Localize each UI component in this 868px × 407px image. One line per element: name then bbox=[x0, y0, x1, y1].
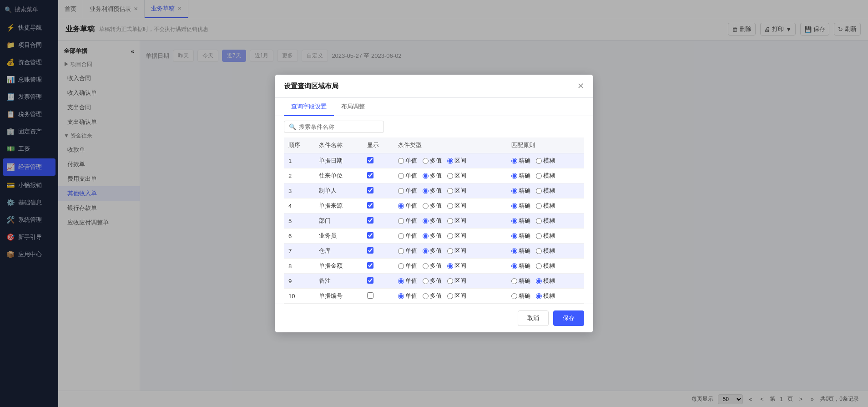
type-radio-区间[interactable]: 区间 bbox=[447, 262, 466, 270]
match-radio-模糊[interactable]: 模糊 bbox=[536, 292, 555, 300]
type-radio-单值[interactable]: 单值 bbox=[398, 292, 417, 300]
type-radio-区间[interactable]: 区间 bbox=[447, 157, 466, 165]
cell-show[interactable] bbox=[363, 198, 393, 214]
type-radio-多值[interactable]: 多值 bbox=[423, 277, 442, 285]
show-checkbox[interactable] bbox=[367, 157, 373, 163]
match-radio-精确[interactable]: 精确 bbox=[511, 262, 530, 270]
cell-type: 单值多值区间 bbox=[394, 153, 507, 168]
table-row: 2往来单位单值多值区间精确模糊 bbox=[284, 168, 584, 183]
show-checkbox[interactable] bbox=[367, 172, 373, 178]
table-row: 8单据金额单值多值区间精确模糊 bbox=[284, 259, 584, 274]
match-radio-模糊[interactable]: 模糊 bbox=[536, 262, 555, 270]
cell-order: 1 bbox=[284, 153, 314, 168]
type-radio-多值[interactable]: 多值 bbox=[423, 247, 442, 255]
match-radio-模糊[interactable]: 模糊 bbox=[536, 247, 555, 255]
show-checkbox[interactable] bbox=[367, 292, 373, 299]
match-radio-精确[interactable]: 精确 bbox=[511, 247, 530, 255]
type-radio-单值[interactable]: 单值 bbox=[398, 247, 417, 255]
match-radio-模糊[interactable]: 模糊 bbox=[536, 232, 555, 240]
type-radio-区间[interactable]: 区间 bbox=[447, 202, 466, 210]
show-checkbox[interactable] bbox=[367, 262, 373, 269]
cell-type: 单值多值区间 bbox=[394, 198, 507, 214]
type-radio-多值[interactable]: 多值 bbox=[423, 172, 442, 180]
config-table: 顺序 条件名称 显示 条件类型 匹配原则 1单据日期单值多值区间精确模糊2往来单… bbox=[284, 137, 584, 304]
modal-overlay[interactable]: 设置查询区域布局 ✕ 查询字段设置 布局调整 🔍 顺序 bbox=[0, 0, 868, 407]
type-radio-多值[interactable]: 多值 bbox=[423, 292, 442, 300]
cancel-button[interactable]: 取消 bbox=[518, 310, 549, 326]
type-radio-单值[interactable]: 单值 bbox=[398, 232, 417, 240]
col-name: 条件名称 bbox=[314, 137, 363, 153]
cell-show[interactable] bbox=[363, 214, 393, 229]
match-radio-精确[interactable]: 精确 bbox=[511, 157, 530, 165]
modal-tab-layout[interactable]: 布局调整 bbox=[334, 98, 372, 116]
cell-type: 单值多值区间 bbox=[394, 274, 507, 289]
table-row: 7仓库单值多值区间精确模糊 bbox=[284, 244, 584, 259]
cell-match: 精确模糊 bbox=[507, 198, 584, 214]
type-radio-区间[interactable]: 区间 bbox=[447, 232, 466, 240]
type-radio-区间[interactable]: 区间 bbox=[447, 292, 466, 300]
match-radio-精确[interactable]: 精确 bbox=[511, 172, 530, 180]
show-checkbox[interactable] bbox=[367, 202, 373, 209]
type-radio-单值[interactable]: 单值 bbox=[398, 262, 417, 270]
modal-close-button[interactable]: ✕ bbox=[577, 81, 584, 91]
match-radio-精确[interactable]: 精确 bbox=[511, 277, 530, 285]
type-radio-多值[interactable]: 多值 bbox=[423, 187, 442, 195]
match-radio-精确[interactable]: 精确 bbox=[511, 232, 530, 240]
modal-save-button[interactable]: 保存 bbox=[553, 310, 584, 326]
match-radio-精确[interactable]: 精确 bbox=[511, 202, 530, 210]
cell-name: 单据编号 bbox=[314, 289, 363, 304]
show-checkbox[interactable] bbox=[367, 232, 373, 239]
match-radio-精确[interactable]: 精确 bbox=[511, 217, 530, 225]
type-radio-多值[interactable]: 多值 bbox=[423, 217, 442, 225]
modal-tab-fields[interactable]: 查询字段设置 bbox=[284, 98, 334, 116]
match-radio-模糊[interactable]: 模糊 bbox=[536, 172, 555, 180]
cell-show[interactable] bbox=[363, 183, 393, 198]
table-row: 6业务员单值多值区间精确模糊 bbox=[284, 229, 584, 244]
type-radio-单值[interactable]: 单值 bbox=[398, 202, 417, 210]
match-radio-模糊[interactable]: 模糊 bbox=[536, 277, 555, 285]
match-radio-模糊[interactable]: 模糊 bbox=[536, 217, 555, 225]
match-radio-模糊[interactable]: 模糊 bbox=[536, 187, 555, 195]
match-radio-精确[interactable]: 精确 bbox=[511, 187, 530, 195]
type-radio-单值[interactable]: 单值 bbox=[398, 157, 417, 165]
type-radio-区间[interactable]: 区间 bbox=[447, 277, 466, 285]
match-radio-模糊[interactable]: 模糊 bbox=[536, 202, 555, 210]
type-radio-单值[interactable]: 单值 bbox=[398, 172, 417, 180]
cell-name: 单据来源 bbox=[314, 198, 363, 214]
type-radio-单值[interactable]: 单值 bbox=[398, 217, 417, 225]
cell-show[interactable] bbox=[363, 259, 393, 274]
cell-order: 4 bbox=[284, 198, 314, 214]
show-checkbox[interactable] bbox=[367, 217, 373, 224]
cell-show[interactable] bbox=[363, 244, 393, 259]
type-radio-多值[interactable]: 多值 bbox=[423, 232, 442, 240]
modal-search-box[interactable]: 🔍 bbox=[284, 121, 384, 133]
table-row: 1单据日期单值多值区间精确模糊 bbox=[284, 153, 584, 168]
show-checkbox[interactable] bbox=[367, 247, 373, 254]
modal: 设置查询区域布局 ✕ 查询字段设置 布局调整 🔍 顺序 bbox=[275, 75, 593, 332]
show-checkbox[interactable] bbox=[367, 277, 373, 284]
type-radio-区间[interactable]: 区间 bbox=[447, 247, 466, 255]
cell-type: 单值多值区间 bbox=[394, 214, 507, 229]
type-radio-区间[interactable]: 区间 bbox=[447, 187, 466, 195]
type-radio-区间[interactable]: 区间 bbox=[447, 217, 466, 225]
cell-show[interactable] bbox=[363, 289, 393, 304]
type-radio-单值[interactable]: 单值 bbox=[398, 187, 417, 195]
modal-search-input[interactable] bbox=[299, 123, 379, 130]
cell-show[interactable] bbox=[363, 153, 393, 168]
match-radio-精确[interactable]: 精确 bbox=[511, 292, 530, 300]
cell-show[interactable] bbox=[363, 274, 393, 289]
cell-show[interactable] bbox=[363, 168, 393, 183]
cell-order: 3 bbox=[284, 183, 314, 198]
type-radio-多值[interactable]: 多值 bbox=[423, 157, 442, 165]
cell-name: 备注 bbox=[314, 274, 363, 289]
modal-body: 顺序 条件名称 显示 条件类型 匹配原则 1单据日期单值多值区间精确模糊2往来单… bbox=[275, 137, 593, 304]
cell-name: 部门 bbox=[314, 214, 363, 229]
type-radio-多值[interactable]: 多值 bbox=[423, 262, 442, 270]
type-radio-区间[interactable]: 区间 bbox=[447, 172, 466, 180]
cell-match: 精确模糊 bbox=[507, 259, 584, 274]
show-checkbox[interactable] bbox=[367, 187, 373, 193]
type-radio-单值[interactable]: 单值 bbox=[398, 277, 417, 285]
match-radio-模糊[interactable]: 模糊 bbox=[536, 157, 555, 165]
cell-show[interactable] bbox=[363, 229, 393, 244]
type-radio-多值[interactable]: 多值 bbox=[423, 202, 442, 210]
